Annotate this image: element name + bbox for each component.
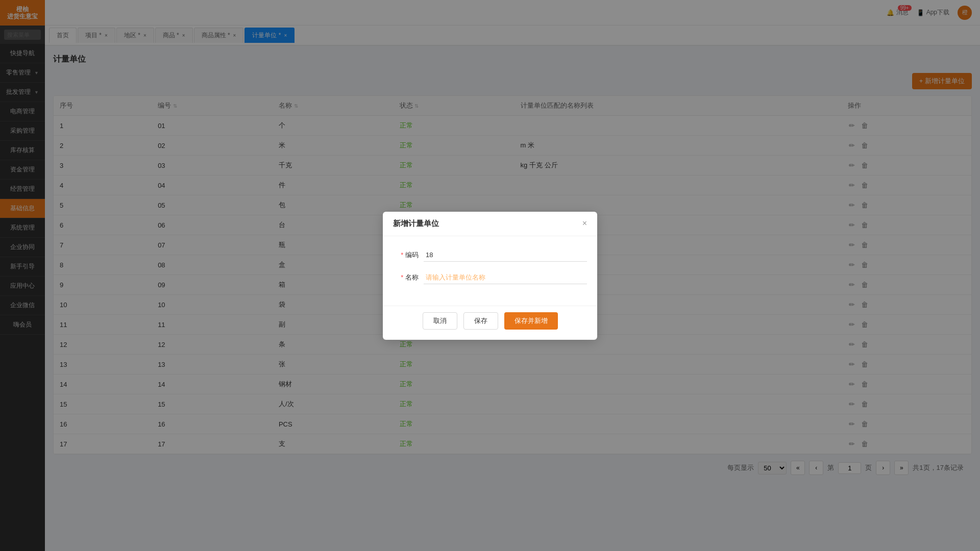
- form-row-code: * 编码: [393, 248, 587, 262]
- save-add-button[interactable]: 保存并新增: [504, 312, 558, 330]
- form-row-name: * 名称: [393, 271, 587, 284]
- modal-title: 新增计量单位: [393, 219, 439, 229]
- code-input[interactable]: [424, 248, 587, 262]
- modal-body: * 编码 * 名称: [383, 236, 597, 306]
- modal-close-button[interactable]: ×: [582, 219, 587, 228]
- name-input[interactable]: [424, 271, 587, 284]
- code-label: * 编码: [393, 251, 424, 260]
- modal-footer: 取消 保存 保存并新增: [383, 306, 597, 340]
- modal-header: 新增计量单位 ×: [383, 212, 597, 236]
- modal-overlay: 新增计量单位 × * 编码 * 名称 取消 保存 保存并新增: [0, 0, 980, 551]
- name-label: * 名称: [393, 273, 424, 282]
- cancel-button[interactable]: 取消: [423, 312, 457, 330]
- save-button[interactable]: 保存: [463, 312, 498, 330]
- add-unit-modal: 新增计量单位 × * 编码 * 名称 取消 保存 保存并新增: [383, 212, 597, 340]
